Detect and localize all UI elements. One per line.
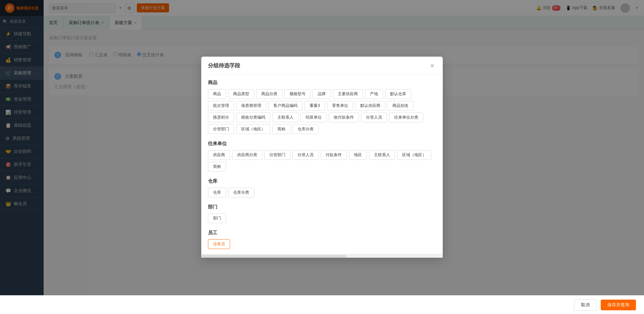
field-tag-0-24[interactable]: 简称 [272,124,290,134]
bottom-actions: 取消 保存并查询 [0,295,644,314]
field-tag-1-1[interactable]: 供应商分类 [232,150,262,160]
section-title-3: 部门 [208,204,436,210]
field-tag-4-0[interactable]: 业务员 [208,239,230,249]
field-tag-0-8[interactable]: 批次管理 [208,101,234,111]
field-tags-1: 供应商供应商分类分管部门分管人员付款条件地区主联系人区域（地区）简称 [208,150,436,172]
field-selection-dialog: 分组待选字段 ✕ 商品商品商品类型商品分类规格型号品牌主要供应商产地默认仓库批次… [201,57,443,258]
field-tag-0-5[interactable]: 主要供应商 [333,89,363,99]
field-tag-2-1[interactable]: 仓库分类 [228,188,254,197]
field-tag-0-17[interactable]: 主联系人 [272,113,299,122]
field-tag-0-11[interactable]: 重量3 [305,101,325,111]
section-title-0: 商品 [208,80,436,86]
section-3: 部门部门 [208,204,436,223]
field-tag-1-3[interactable]: 分管人员 [292,150,319,160]
field-tag-0-21[interactable]: 往来单位分类 [389,113,423,122]
field-tag-0-16[interactable]: 税收分类编码 [236,113,270,122]
field-tag-0-3[interactable]: 规格型号 [284,89,311,99]
field-tag-0-10[interactable]: 客户商品编码 [268,101,303,111]
dialog-body[interactable]: 商品商品商品类型商品分类规格型号品牌主要供应商产地默认仓库批次管理保质期管理客户… [201,74,443,254]
field-tag-0-1[interactable]: 商品类型 [228,89,254,99]
dialog-header: 分组待选字段 ✕ [201,57,443,74]
section-0: 商品商品商品类型商品分类规格型号品牌主要供应商产地默认仓库批次管理保质期管理客户… [208,80,436,134]
field-tag-0-19[interactable]: 收付款条件 [329,113,359,122]
field-tag-0-18[interactable]: 结算单位 [301,113,327,122]
field-tag-3-0[interactable]: 部门 [208,213,226,223]
field-tags-0: 商品商品类型商品分类规格型号品牌主要供应商产地默认仓库批次管理保质期管理客户商品… [208,89,436,134]
field-tags-3: 部门 [208,213,436,223]
field-tag-0-22[interactable]: 分管部门 [208,124,234,134]
section-4: 员工业务员 [208,230,436,249]
field-tag-1-5[interactable]: 地区 [349,150,367,160]
field-tag-0-2[interactable]: 商品分类 [256,89,282,99]
field-tag-0-6[interactable]: 产地 [365,89,383,99]
field-tag-0-12[interactable]: 零售单位 [327,101,353,111]
field-tag-1-8[interactable]: 简称 [208,162,226,172]
field-tag-0-20[interactable]: 分管人员 [361,113,387,122]
field-tag-2-0[interactable]: 仓库 [208,188,226,197]
field-tag-1-6[interactable]: 主联系人 [369,150,395,160]
field-tag-1-0[interactable]: 供应商 [208,150,230,160]
field-tags-2: 仓库仓库分类 [208,188,436,197]
dialog-horizontal-scrollbar[interactable] [201,254,443,257]
field-tags-4: 业务员 [208,239,436,249]
field-tag-1-2[interactable]: 分管部门 [264,150,290,160]
field-tag-0-13[interactable]: 默认供应商 [355,101,385,111]
field-tag-0-15[interactable]: 拣货积分 [208,113,234,122]
field-tag-0-14[interactable]: 商品别名 [387,101,414,111]
field-tag-0-25[interactable]: 仓库分类 [292,124,319,134]
confirm-button[interactable]: 保存并查询 [601,300,636,310]
section-title-2: 仓库 [208,178,436,184]
field-tag-0-0[interactable]: 商品 [208,89,226,99]
section-title-1: 往来单位 [208,141,436,147]
field-tag-0-7[interactable]: 默认仓库 [385,89,411,99]
field-tag-1-4[interactable]: 付款条件 [321,150,347,160]
cancel-button[interactable]: 取消 [574,299,597,311]
section-2: 仓库仓库仓库分类 [208,178,436,197]
dialog-title: 分组待选字段 [208,62,240,69]
section-1: 往来单位供应商供应商分类分管部门分管人员付款条件地区主联系人区域（地区）简称 [208,141,436,172]
section-title-4: 员工 [208,230,436,236]
dialog-hscroll-thumb [201,255,346,258]
field-tag-0-23[interactable]: 区域（地区） [236,124,270,134]
field-tag-0-4[interactable]: 品牌 [313,89,331,99]
field-tag-1-7[interactable]: 区域（地区） [397,150,431,160]
dialog-close-btn[interactable]: ✕ [428,62,436,70]
field-tag-0-9[interactable]: 保质期管理 [236,101,266,111]
